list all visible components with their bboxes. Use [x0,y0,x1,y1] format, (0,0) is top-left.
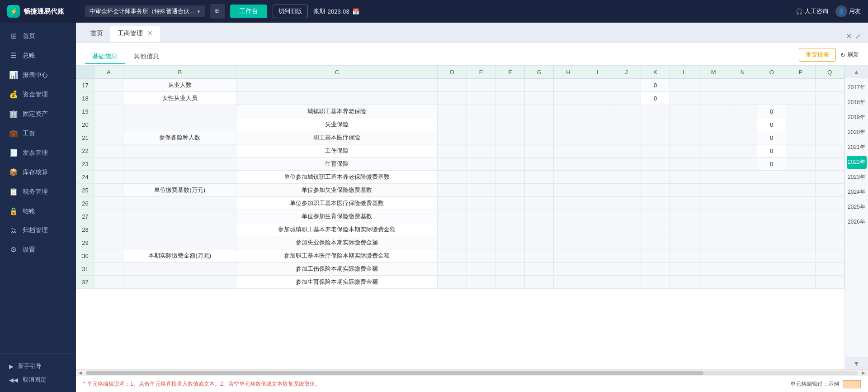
cell-26-i[interactable] [583,197,612,210]
cell-25-g[interactable] [525,184,554,197]
cell-31-q[interactable] [815,263,844,276]
cell-24-m[interactable] [699,171,728,184]
cell-30-p[interactable] [786,249,815,263]
cell-18-g[interactable] [525,92,554,105]
cell-17-c[interactable] [236,79,438,92]
year-item[interactable]: 2025年 [847,201,867,214]
cell-22-e[interactable] [467,144,495,158]
year-item[interactable]: 2022年 [847,156,867,169]
cell-24-f[interactable] [495,171,524,184]
scroll-track[interactable] [86,371,858,375]
sub-tab-basic[interactable]: 基础信息 [85,50,125,64]
cell-25-e[interactable] [467,184,495,197]
cell-31-n[interactable] [728,263,757,276]
cell-24-k[interactable] [641,171,670,184]
cell-20-n[interactable] [728,118,757,131]
cell-21-n[interactable] [728,131,757,144]
cell-23-h[interactable] [554,158,583,171]
sidebar-item-unpin[interactable]: ◀◀ 取消固定 [9,373,67,387]
cell-21-b[interactable]: 参保各险种人数 [123,131,236,144]
cell-20-o[interactable]: 0 [757,118,786,131]
cell-22-l[interactable] [670,144,699,158]
cell-32-p[interactable] [786,276,815,289]
cell-20-f[interactable] [495,118,524,131]
cell-28-h[interactable] [554,223,583,236]
cell-20-h[interactable] [554,118,583,131]
cell-29-m[interactable] [699,236,728,249]
cell-19-d[interactable] [438,105,467,118]
cell-20-d[interactable] [438,118,467,131]
scroll-thumb[interactable] [86,371,703,375]
cell-18-h[interactable] [554,92,583,105]
cell-17-q[interactable] [815,79,844,92]
expand-icon[interactable]: ⤢ [855,33,861,40]
cell-18-q[interactable] [815,92,844,105]
cell-26-j[interactable] [612,197,641,210]
cell-21-q[interactable] [815,131,844,144]
year-item[interactable]: 2020年 [847,126,867,139]
year-item[interactable]: 2017年 [847,81,867,94]
cell-18-p[interactable] [786,92,815,105]
scroll-right-arrow[interactable]: ▶ [859,370,868,375]
cell-25-l[interactable] [670,184,699,197]
cell-17-f[interactable] [495,79,524,92]
cell-18-f[interactable] [495,92,524,105]
cell-17-a[interactable] [94,79,123,92]
year-panel-down-arrow[interactable]: ▼ [845,357,868,369]
scroll-left-arrow[interactable]: ◀ [76,370,85,375]
cell-29-p[interactable] [786,236,815,249]
cell-21-k[interactable] [641,131,670,144]
cell-24-j[interactable] [612,171,641,184]
cell-32-a[interactable] [94,276,123,289]
cell-19-q[interactable] [815,105,844,118]
cell-19-a[interactable] [94,105,123,118]
cell-19-j[interactable] [612,105,641,118]
cell-28-d[interactable] [438,223,467,236]
cell-24-p[interactable] [786,171,815,184]
cell-25-n[interactable] [728,184,757,197]
cell-27-g[interactable] [525,210,554,223]
cell-23-i[interactable] [583,158,612,171]
cell-25-i[interactable] [583,184,612,197]
cell-24-e[interactable] [467,171,495,184]
cell-21-j[interactable] [612,131,641,144]
cell-29-d[interactable] [438,236,467,249]
cell-26-q[interactable] [815,197,844,210]
sidebar-item-close[interactable]: 🔒 结账 [0,201,76,221]
cell-23-k[interactable] [641,158,670,171]
cell-28-j[interactable] [612,223,641,236]
cell-22-o[interactable]: 0 [757,144,786,158]
cell-22-a[interactable] [94,144,123,158]
year-item[interactable]: 2024年 [847,186,867,199]
cell-18-i[interactable] [583,92,612,105]
cell-21-o[interactable]: 0 [757,131,786,144]
cell-32-n[interactable] [728,276,757,289]
cell-26-h[interactable] [554,197,583,210]
cell-29-j[interactable] [612,236,641,249]
cell-29-g[interactable] [525,236,554,249]
cell-28-b[interactable] [123,223,236,236]
cell-23-p[interactable] [786,158,815,171]
cell-23-q[interactable] [815,158,844,171]
cell-24-c[interactable]: 单位参加城镇职工基本养老保险缴费基数 [236,171,438,184]
cell-20-e[interactable] [467,118,495,131]
cell-32-g[interactable] [525,276,554,289]
cell-17-g[interactable] [525,79,554,92]
cell-20-k[interactable] [641,118,670,131]
sidebar-item-salary[interactable]: 💼 工资 [0,124,76,143]
cell-27-i[interactable] [583,210,612,223]
cell-22-i[interactable] [583,144,612,158]
cell-21-h[interactable] [554,131,583,144]
cell-19-m[interactable] [699,105,728,118]
cell-21-p[interactable] [786,131,815,144]
user-menu[interactable]: 👤 用友 [835,5,861,17]
cell-29-e[interactable] [467,236,495,249]
cell-31-h[interactable] [554,263,583,276]
ai-service-button[interactable]: 🎧 人工咨询 [796,7,828,15]
copy-button[interactable]: ⧉ [210,4,225,19]
cell-31-f[interactable] [495,263,524,276]
cell-30-k[interactable] [641,249,670,263]
cell-19-f[interactable] [495,105,524,118]
cell-18-j[interactable] [612,92,641,105]
cell-24-q[interactable] [815,171,844,184]
